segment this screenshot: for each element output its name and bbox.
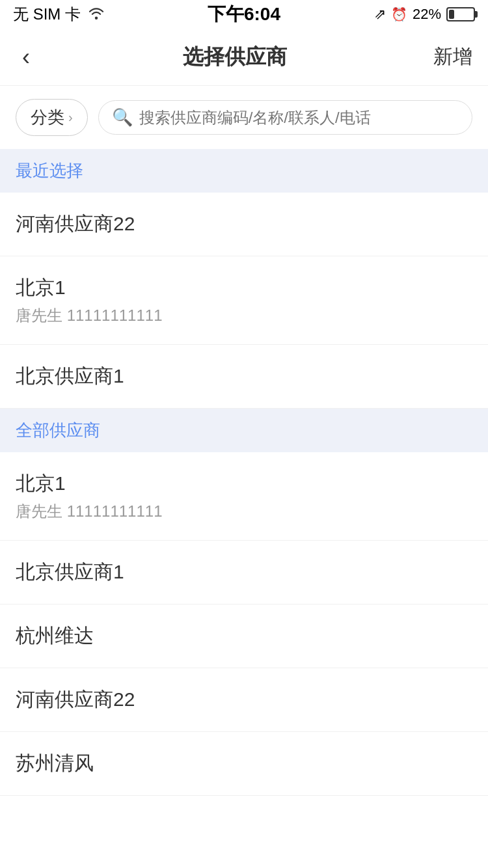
- chevron-right-icon: ›: [68, 110, 73, 125]
- search-box[interactable]: 🔍: [98, 100, 472, 135]
- list-item-1-3[interactable]: 河南供应商22: [0, 668, 488, 732]
- add-button[interactable]: 新增: [433, 44, 472, 70]
- list-item-name-0-1: 北京1: [16, 275, 472, 301]
- list-item-name-1-2: 杭州维达: [16, 623, 472, 649]
- sections-container: 最近选择河南供应商22北京1唐先生 11111111111北京供应商1全部供应商…: [0, 149, 488, 796]
- list-item-1-1[interactable]: 北京供应商1: [0, 541, 488, 604]
- category-label: 分类: [31, 106, 64, 129]
- nav-bar: ‹ 选择供应商 新增: [0, 29, 488, 86]
- search-icon: 🔍: [112, 107, 133, 128]
- list-item-name-1-0: 北京1: [16, 470, 472, 497]
- list-item-name-0-2: 北京供应商1: [16, 363, 472, 390]
- battery-percent: 22%: [413, 6, 441, 23]
- status-carrier: 无 SIM 卡: [13, 4, 105, 25]
- list-item-0-0[interactable]: 河南供应商22: [0, 193, 488, 256]
- page-title: 选择供应商: [183, 43, 287, 72]
- status-right: ⇗ ⏰ 22%: [374, 6, 475, 23]
- list-item-name-1-1: 北京供应商1: [16, 559, 472, 586]
- list-item-1-2[interactable]: 杭州维达: [0, 604, 488, 668]
- list-item-name-1-3: 河南供应商22: [16, 686, 472, 713]
- location-icon: ⇗: [374, 6, 386, 23]
- section-header-1: 全部供应商: [0, 409, 488, 452]
- list-item-name-1-4: 苏州清风: [16, 750, 472, 777]
- list-item-1-4[interactable]: 苏州清风: [0, 732, 488, 796]
- alarm-icon: ⏰: [391, 7, 407, 22]
- status-time: 下午6:04: [208, 2, 280, 27]
- section-header-0: 最近选择: [0, 149, 488, 193]
- back-button[interactable]: ‹: [16, 37, 36, 77]
- list-item-sub-1-0: 唐先生 11111111111: [16, 501, 472, 522]
- wifi-icon: [87, 5, 105, 23]
- list-item-1-0[interactable]: 北京1唐先生 11111111111: [0, 452, 488, 541]
- list-item-0-1[interactable]: 北京1唐先生 11111111111: [0, 256, 488, 345]
- battery-icon: [446, 7, 475, 21]
- list-item-name-0-0: 河南供应商22: [16, 211, 472, 237]
- list-item-sub-0-1: 唐先生 11111111111: [16, 305, 472, 326]
- search-input[interactable]: [139, 109, 459, 127]
- list-item-0-2[interactable]: 北京供应商1: [0, 345, 488, 409]
- filter-bar: 分类 › 🔍: [0, 86, 488, 149]
- category-button[interactable]: 分类 ›: [16, 99, 88, 136]
- status-bar: 无 SIM 卡 下午6:04 ⇗ ⏰ 22%: [0, 0, 488, 29]
